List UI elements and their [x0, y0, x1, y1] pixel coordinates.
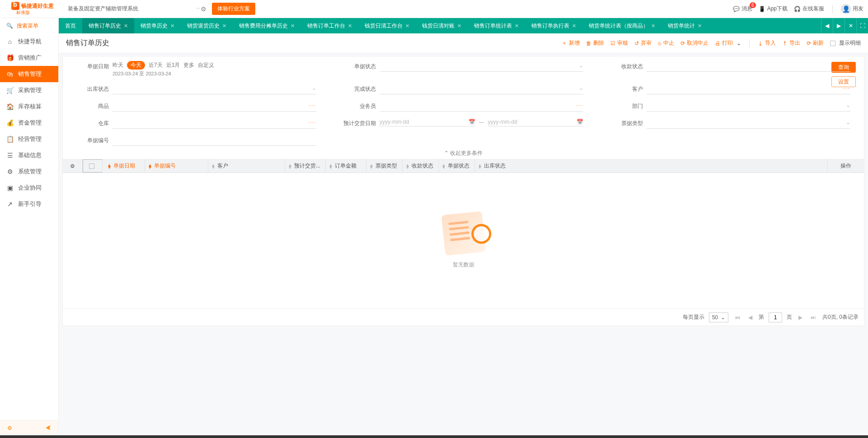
sidebar-item[interactable]: 📋经营管理 — [0, 131, 58, 147]
tab-scroll-right[interactable]: ▶ — [833, 18, 845, 33]
sidebar-item[interactable]: ⚙系统管理 — [0, 163, 58, 180]
table-column-header[interactable]: ▲▼预计交货... — [285, 159, 326, 172]
date-chip[interactable]: 近1月 — [166, 61, 180, 69]
tab-close-all[interactable]: ✕ — [845, 18, 856, 33]
sidebar-item[interactable]: 💰资金管理 — [0, 115, 58, 131]
tab[interactable]: 销货单历史✕ — [134, 18, 181, 33]
fullscreen-icon[interactable]: ⛶ — [856, 18, 868, 33]
app-download-button[interactable]: 📱 App下载 — [759, 5, 788, 13]
close-icon[interactable]: ✕ — [348, 23, 352, 29]
close-icon[interactable]: ✕ — [572, 23, 576, 29]
close-icon[interactable]: ✕ — [222, 23, 226, 29]
close-icon[interactable]: ✕ — [457, 23, 461, 29]
th-checkbox[interactable] — [83, 159, 103, 172]
sidebar-item[interactable]: ☰基础信息 — [0, 147, 58, 163]
table-column-header[interactable]: ▲▼单据日期 — [104, 159, 145, 172]
expect-date-from[interactable]: yyyy-mm-dd📅 — [380, 118, 475, 126]
sidebar-item[interactable]: ↗新手引导 — [0, 196, 58, 212]
tab[interactable]: 钱货日清对账✕ — [416, 18, 468, 33]
sidebar-search[interactable]: 🔍 搜索菜单 — [0, 18, 58, 33]
page-next[interactable]: ▶ — [797, 314, 804, 321]
delete-button[interactable]: 🗑删除 — [586, 39, 604, 47]
import-button[interactable]: ⭳导入 — [758, 39, 776, 47]
add-button[interactable]: ＋新增 — [562, 39, 580, 47]
close-icon[interactable]: ✕ — [405, 23, 409, 29]
close-icon[interactable]: ✕ — [170, 23, 174, 29]
close-icon[interactable]: ✕ — [291, 23, 295, 29]
close-icon[interactable]: ✕ — [515, 23, 519, 29]
page-last[interactable]: ⏭ — [809, 314, 818, 321]
page-first[interactable]: ⏮ — [733, 314, 742, 321]
close-icon[interactable]: ✕ — [698, 23, 702, 29]
customer-service-button[interactable]: 🎧 在线客服 — [794, 5, 824, 13]
date-chip[interactable]: 今天 — [127, 61, 145, 70]
table-column-header[interactable]: ▲▼订单金额 — [326, 159, 366, 172]
date-chip[interactable]: 更多 — [183, 61, 194, 69]
tab-scroll-left[interactable]: ◀ — [821, 18, 833, 33]
per-page-select[interactable]: 50⌄ — [709, 312, 728, 322]
messages-button[interactable]: 💬 消息 6 — [733, 5, 752, 13]
table-column-header[interactable]: ▲▼收款状态 — [403, 159, 439, 172]
close-icon[interactable]: ✕ — [124, 23, 128, 29]
filter-out-status[interactable]: ⌄ — [113, 84, 316, 94]
tab[interactable]: 销售订单统计表✕ — [468, 18, 525, 33]
filter-ticket-type[interactable]: ⌄ — [647, 118, 850, 129]
system-selector[interactable]: 装备及固定资产辅助管理系统 ﹀ — [68, 5, 201, 13]
table-column-header[interactable]: ▲▼客户 — [208, 159, 285, 172]
filter-doc-no[interactable] — [113, 135, 316, 146]
tab[interactable]: 销售费用分摊单历史✕ — [233, 18, 301, 33]
filter-salesman[interactable]: ··· — [380, 101, 583, 112]
column-label: 票据类型 — [375, 162, 397, 170]
settings-icon[interactable]: ⚙ — [7, 425, 12, 431]
table-column-header[interactable]: ▲▼票据类型 — [366, 159, 403, 172]
sidebar-item[interactable]: 🛍销售管理 — [0, 66, 58, 82]
sidebar-item[interactable]: ▣企业协同 — [0, 180, 58, 196]
filter-warehouse[interactable]: ··· — [113, 118, 316, 129]
export-button[interactable]: ⭱导出 — [782, 39, 800, 47]
collapse-sidebar-icon[interactable]: ⮜ — [46, 425, 51, 431]
experience-button[interactable]: 体验行业方案 — [212, 3, 255, 15]
tab[interactable]: 首页 — [59, 18, 82, 33]
tab[interactable]: 销售订单工作台✕ — [301, 18, 358, 33]
sidebar-item[interactable]: 🏠库存核算 — [0, 98, 58, 115]
column-label: 单据编号 — [154, 162, 176, 170]
date-chip[interactable]: 近7天 — [149, 61, 163, 69]
print-button[interactable]: 🖨打印⌄ — [715, 39, 741, 47]
sidebar-item[interactable]: ⌂快捷导航 — [0, 33, 58, 50]
filter-doc-status[interactable]: ⌄ — [380, 61, 583, 72]
tab[interactable]: 销货退货历史✕ — [181, 18, 233, 33]
filter-done-status[interactable]: ⌄ — [380, 84, 583, 94]
date-chip[interactable]: 昨天 — [113, 61, 123, 69]
tab[interactable]: 钱货日清工作台✕ — [358, 18, 416, 33]
expect-date-to[interactable]: yyyy-mm-dd📅 — [488, 118, 584, 126]
show-detail-toggle[interactable]: 显示明细 — [830, 39, 861, 47]
filter-pay-status[interactable]: ⌄ — [647, 61, 850, 72]
tab[interactable]: 销售订单历史✕ — [82, 18, 134, 33]
close-icon[interactable]: ✕ — [651, 23, 655, 29]
tab[interactable]: 销货单统计✕ — [662, 18, 708, 33]
sidebar-item[interactable]: 🎁营销推广 — [0, 50, 58, 66]
page-prev[interactable]: ◀ — [746, 314, 754, 321]
table-column-header[interactable]: ▲▼单据状态 — [439, 159, 475, 172]
tab-label: 钱货日清对账 — [422, 22, 455, 30]
filter-product[interactable]: ··· — [113, 101, 316, 112]
stop-button[interactable]: ⦸中止 — [658, 39, 674, 47]
audit-button[interactable]: ☑审核 — [610, 39, 628, 47]
abandon-audit-button[interactable]: ↺弃审 — [634, 39, 652, 47]
table-column-header[interactable]: ▲▼单据编号 — [145, 159, 208, 172]
filter-customer[interactable]: ··· — [647, 84, 850, 94]
date-chip[interactable]: 自定义 — [198, 61, 214, 69]
page-input[interactable] — [769, 312, 782, 322]
sidebar-item[interactable]: 🛒采购管理 — [0, 82, 58, 98]
th-settings[interactable]: ⚙ — [63, 159, 83, 172]
tab[interactable]: 销售订单执行表✕ — [525, 18, 582, 33]
tab[interactable]: 销货单统计表（按商品）✕ — [582, 18, 662, 33]
gear-icon[interactable]: ⚙ — [201, 5, 206, 13]
filter-dept[interactable]: ⌄ — [647, 101, 850, 112]
unstop-button[interactable]: ⟳取消中止 — [680, 39, 708, 47]
collapse-filters[interactable]: ⌃ 收起更多条件 — [62, 148, 864, 159]
sidebar-item-label: 系统管理 — [18, 168, 42, 176]
user-menu[interactable]: 👤 用友 — [841, 4, 863, 14]
table-column-header[interactable]: ▲▼出库状态 — [475, 159, 828, 172]
refresh-button[interactable]: ⟳刷新 — [807, 39, 824, 47]
